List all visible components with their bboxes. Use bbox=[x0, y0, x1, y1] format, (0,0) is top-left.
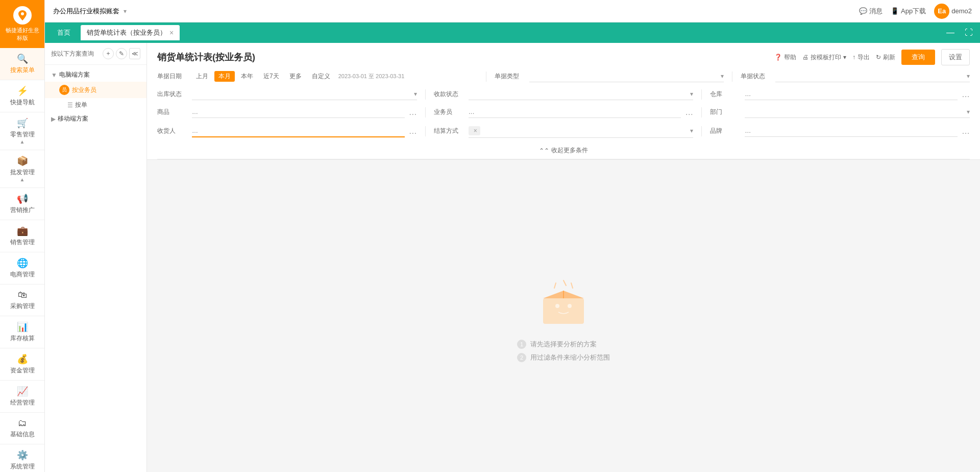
sidebar-item-system[interactable]: ⚙️ 系统管理 bbox=[0, 444, 44, 472]
settings-btn[interactable]: 设置 bbox=[941, 49, 970, 65]
appdownload-btn[interactable]: 📱 App下载 bbox=[891, 7, 926, 16]
empty-step-2: 2 用过滤条件来缩小分析范围 bbox=[517, 353, 610, 362]
tabbar-actions: — ⛶ bbox=[943, 26, 976, 40]
docstatus-select[interactable]: ▾ bbox=[775, 70, 970, 82]
empty-illustration bbox=[533, 270, 594, 332]
minimize-btn[interactable]: — bbox=[943, 26, 958, 40]
date-tab-lastmonth[interactable]: 上月 bbox=[192, 71, 212, 82]
refresh-btn[interactable]: ↻ 刷新 bbox=[876, 53, 895, 62]
sidebar-item-ecommerce[interactable]: 🌐 电商管理 bbox=[0, 252, 44, 285]
content: 按以下方案查询 + ✎ ≪ ▼ 电脑端方案 bbox=[45, 43, 980, 472]
user-btn[interactable]: Ea demo2 bbox=[934, 4, 972, 19]
tree-group-desktop-label: 电脑端方案 bbox=[59, 70, 90, 79]
outstatus-select[interactable]: ▾ bbox=[192, 88, 417, 100]
warehouse-dots[interactable]: … bbox=[962, 90, 970, 99]
date-tab-custom[interactable]: 自定义 bbox=[308, 71, 334, 82]
salesperson-input[interactable] bbox=[469, 106, 681, 118]
inventory-icon: 📊 bbox=[17, 321, 28, 333]
order-icon: ☰ bbox=[67, 102, 73, 109]
collapse-up-icon: ⌃⌃ bbox=[539, 147, 549, 154]
sidebar-item-retail[interactable]: 🛒 零售管理 ▲ bbox=[0, 112, 44, 150]
sidebar-item-operations[interactable]: 📈 经营管理 bbox=[0, 381, 44, 413]
settlement-dropdown-icon: ▾ bbox=[690, 127, 693, 134]
department-select[interactable]: ▾ bbox=[745, 106, 970, 118]
collapse-btn[interactable]: ⌃⌃ 收起更多条件 bbox=[539, 146, 588, 155]
salesperson-dots[interactable]: … bbox=[685, 108, 693, 117]
maximize-btn[interactable]: ⛶ bbox=[962, 26, 976, 40]
arrow-down-icon: ▼ bbox=[51, 72, 57, 79]
brand-input[interactable] bbox=[745, 125, 958, 137]
tree-group-desktop[interactable]: ▼ 电脑端方案 bbox=[45, 68, 146, 82]
sidebar-item-wholesale[interactable]: 📦 批发管理 ▲ bbox=[0, 150, 44, 188]
sidebar-item-sales[interactable]: 💼 销售管理 bbox=[0, 220, 44, 252]
svg-point-5 bbox=[568, 304, 572, 308]
svg-rect-0 bbox=[543, 298, 584, 324]
message-label: 消息 bbox=[869, 7, 883, 16]
tree-sub-order-label: 按单 bbox=[75, 101, 87, 109]
system-icon: ⚙️ bbox=[17, 450, 28, 461]
add-icon: + bbox=[106, 50, 110, 57]
print-btn[interactable]: 🖨 按模板打印 ▾ bbox=[802, 53, 846, 62]
collapse-panel-btn[interactable]: ≪ bbox=[129, 48, 140, 59]
tab-home[interactable]: 首页 bbox=[49, 25, 79, 40]
help-btn[interactable]: ❓ 帮助 bbox=[774, 53, 796, 62]
filter-area: 单据日期 上月 本月 本年 近7天 更多 自定义 2023-03-01 至 20… bbox=[157, 70, 970, 159]
sidebar-item-search[interactable]: 🔍 搜索菜单 bbox=[0, 48, 44, 80]
query-btn[interactable]: 查询 bbox=[901, 50, 935, 65]
message-btn[interactable]: 💬 消息 bbox=[859, 7, 883, 16]
filter-department-field: 部门 ▾ bbox=[710, 106, 970, 118]
sidebar-item-purchase[interactable]: 🛍 采购管理 bbox=[0, 285, 44, 316]
empty-text: 1 请先选择要分析的方案 2 用过滤条件来缩小分析范围 bbox=[517, 340, 610, 362]
expand-icon: ⛶ bbox=[965, 28, 973, 37]
sidebar-item-inventory[interactable]: 📊 库存核算 bbox=[0, 316, 44, 348]
warehouse-input[interactable] bbox=[745, 88, 958, 100]
sidebar-item-basics[interactable]: 🗂 基础信息 bbox=[0, 413, 44, 444]
tree-group-mobile[interactable]: ▶ 移动端方案 bbox=[45, 112, 146, 126]
active-tab-label: 销货单统计表（按业务员） bbox=[87, 28, 166, 37]
filter-docstatus-field: 单据状态 ▾ bbox=[741, 70, 970, 82]
collectstatus-select[interactable]: ▾ bbox=[469, 88, 694, 100]
date-tab-thisyear[interactable]: 本年 bbox=[237, 71, 257, 82]
sidebar-operations-label: 经营管理 bbox=[10, 398, 35, 407]
date-tab-more[interactable]: 更多 bbox=[285, 71, 306, 82]
sidebar-sales-label: 销售管理 bbox=[10, 238, 35, 247]
date-tab-7days[interactable]: 近7天 bbox=[259, 71, 283, 82]
page-actions: ❓ 帮助 🖨 按模板打印 ▾ ↑ 导出 ↻ bbox=[774, 49, 970, 65]
goods-label: 商品 bbox=[157, 108, 188, 116]
settlement-select[interactable]: × ▾ bbox=[469, 124, 694, 138]
receiver-input[interactable] bbox=[192, 125, 405, 137]
goods-dots[interactable]: … bbox=[409, 108, 417, 117]
tab-close-icon[interactable]: × bbox=[169, 29, 174, 36]
settlement-tag-close[interactable]: × bbox=[474, 127, 477, 134]
divider-4 bbox=[701, 89, 702, 100]
add-scheme-btn[interactable]: + bbox=[103, 48, 114, 59]
export-label: 导出 bbox=[857, 53, 870, 62]
quicknav-icon: ⚡ bbox=[17, 85, 28, 97]
brand-dots[interactable]: … bbox=[962, 127, 970, 136]
app-logo[interactable]: 畅捷通好生意 标版 bbox=[0, 0, 44, 48]
filter-settlement-field: 结算方式 × ▾ bbox=[434, 124, 694, 138]
export-btn[interactable]: ↑ 导出 bbox=[852, 53, 870, 62]
marketing-icon: 📢 bbox=[17, 193, 28, 204]
sidebar-item-finance[interactable]: 💰 资金管理 bbox=[0, 348, 44, 381]
tab-active[interactable]: 销货单统计表（按业务员） × bbox=[81, 25, 180, 40]
filter-outstatus-field: 出库状态 ▾ bbox=[157, 88, 417, 100]
sidebar-item-marketing[interactable]: 📢 营销推广 bbox=[0, 188, 44, 220]
tree-item-salesperson[interactable]: 员 按业务员 bbox=[45, 82, 146, 98]
sidebar-item-quicknav[interactable]: ⚡ 快捷导航 bbox=[0, 80, 44, 112]
svg-point-4 bbox=[555, 304, 559, 308]
phone-icon: 📱 bbox=[891, 7, 899, 15]
tabbar: 首页 销货单统计表（按业务员） × — ⛶ bbox=[45, 22, 980, 43]
sidebar-ecommerce-label: 电商管理 bbox=[10, 270, 35, 279]
refresh-label: 刷新 bbox=[883, 53, 895, 62]
edit-scheme-btn[interactable]: ✎ bbox=[116, 48, 127, 59]
topbar-dropdown[interactable]: ▾ bbox=[124, 8, 127, 15]
doctype-select[interactable]: ▾ bbox=[529, 70, 724, 82]
receiver-dots[interactable]: … bbox=[409, 127, 417, 136]
tree-sub-item-order[interactable]: ☰ 按单 bbox=[45, 98, 146, 112]
search-icon: 🔍 bbox=[17, 53, 28, 64]
date-tab-thismonth[interactable]: 本月 bbox=[214, 71, 235, 82]
sidebar-finance-label: 资金管理 bbox=[10, 366, 35, 375]
goods-input[interactable] bbox=[192, 106, 405, 118]
step2-circle: 2 bbox=[517, 353, 526, 362]
